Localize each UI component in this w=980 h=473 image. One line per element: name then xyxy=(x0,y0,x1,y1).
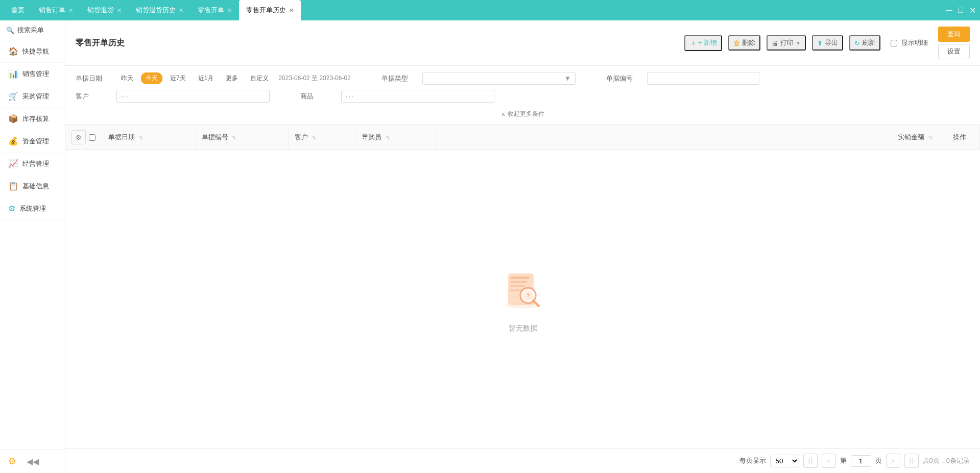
query-button[interactable]: 查询 xyxy=(938,27,970,42)
date-btn-more[interactable]: 更多 xyxy=(221,72,243,84)
th-number: 单据编号 ⇅ xyxy=(195,125,289,150)
sidebar-item-quick-nav[interactable]: 🏠 快捷导航 xyxy=(0,40,65,63)
sales-icon: 📊 xyxy=(8,69,18,79)
tab-retail-open[interactable]: 零售开单 ✕ xyxy=(190,0,239,20)
show-detail-checkbox[interactable] xyxy=(891,40,897,46)
tab-retail-history[interactable]: 零售开单历史 ✕ xyxy=(239,0,301,20)
goods-dots: ··· xyxy=(346,92,354,100)
sidebar-item-inventory[interactable]: 📦 库存核算 xyxy=(0,108,65,130)
goods-select[interactable]: ··· xyxy=(341,90,494,103)
export-button[interactable]: ⬆ 导出 xyxy=(812,35,843,51)
page-actions: ＋ + 新增 🗑 删除 🖨 打印 ▼ ⬆ 导出 ↻ xyxy=(684,27,970,59)
sort-salesperson-icon[interactable]: ⇅ xyxy=(386,135,390,140)
finance-icon: 💰 xyxy=(8,136,18,146)
filter-settings-button[interactable]: 设置 xyxy=(938,44,970,59)
date-btn-7days[interactable]: 近7天 xyxy=(165,72,190,84)
doc-number-input[interactable] xyxy=(647,72,759,85)
window-controls: ─ □ ✕ xyxy=(946,6,976,15)
th-select: ⚙ xyxy=(65,125,102,150)
show-detail-checkbox-label[interactable]: 显示明细 xyxy=(887,36,932,49)
sidebar-bottom: ⚙ ◀◀ xyxy=(0,449,65,473)
home-icon: 🏠 xyxy=(8,46,18,56)
main-layout: 🔍 搜索采单 🏠 快捷导航 📊 销售管理 🛒 采购管理 📦 库存核算 💰 资金管… xyxy=(0,20,980,473)
sidebar-item-basic-info[interactable]: 📋 基础信息 xyxy=(0,175,65,197)
sort-amount-icon[interactable]: ⇅ xyxy=(928,135,933,140)
sort-customer-icon[interactable]: ⇅ xyxy=(312,135,316,140)
delete-button[interactable]: 🗑 删除 xyxy=(728,35,760,51)
doc-type-select[interactable]: ▼ xyxy=(422,72,576,85)
tab-bar: 首页 销售订单 ✕ 销货退货 ✕ 销货退货历史 ✕ 零售开单 ✕ 零售开单历史 … xyxy=(0,0,980,20)
content-area: 零售开单历史 ＋ + 新增 🗑 删除 🖨 打印 ▼ ⬆ 导出 xyxy=(65,20,980,473)
last-page-btn[interactable]: ⟩⟩ xyxy=(904,454,919,468)
table-settings-btn[interactable]: ⚙ xyxy=(71,130,86,144)
table-header-row: ⚙ 单据日期 ⇅ 单据编号 ⇅ xyxy=(65,125,980,150)
empty-state: ? 暂无数据 xyxy=(65,150,980,448)
sidebar-item-system-mgmt[interactable]: ⚙ 系统管理 xyxy=(0,197,65,220)
customer-dots: ··· xyxy=(121,92,130,100)
settings-icon[interactable]: ⚙ xyxy=(8,456,16,467)
th-amount: 实销金额 ⇅ xyxy=(436,125,939,150)
print-button[interactable]: 🖨 打印 ▼ xyxy=(767,35,806,51)
customer-select[interactable]: ··· xyxy=(116,90,270,103)
collapse-sidebar-icon[interactable]: ◀◀ xyxy=(27,457,39,466)
minimize-icon[interactable]: ─ xyxy=(946,6,952,15)
collapse-filters-btn[interactable]: ∧ 收起更多条件 xyxy=(76,108,970,118)
next-page-btn[interactable]: ＞ xyxy=(886,454,900,468)
close-window-icon[interactable]: ✕ xyxy=(969,6,976,15)
print-dropdown-icon: ▼ xyxy=(796,40,801,46)
sidebar-search[interactable]: 🔍 搜索采单 xyxy=(0,20,65,40)
inventory-icon: 📦 xyxy=(8,114,18,123)
refresh-button[interactable]: ↻ 刷新 xyxy=(849,35,880,51)
tab-sales-return-history[interactable]: 销货退货历史 ✕ xyxy=(129,0,190,20)
th-salesperson: 导购员 ⇅ xyxy=(355,125,436,150)
sidebar-item-operations[interactable]: 📈 经营管理 xyxy=(0,153,65,175)
date-btn-1month[interactable]: 近1月 xyxy=(194,72,219,84)
select-all-checkbox[interactable] xyxy=(89,134,95,141)
sidebar-item-finance[interactable]: 💰 资金管理 xyxy=(0,130,65,153)
th-ops: 操作 xyxy=(939,125,980,150)
search-icon: 🔍 xyxy=(6,27,14,34)
empty-text: 暂无数据 xyxy=(509,324,537,333)
page-total: 共0页，0条记录 xyxy=(923,456,970,465)
print-icon: 🖨 xyxy=(772,39,778,47)
plus-icon: ＋ xyxy=(689,38,697,48)
collapse-up-icon: ∧ xyxy=(501,111,506,118)
th-customer: 客户 ⇅ xyxy=(289,125,355,150)
customer-label: 客户 xyxy=(76,92,106,101)
sidebar-item-purchase-mgmt[interactable]: 🛒 采购管理 xyxy=(0,85,65,108)
close-tab-sales-return-history[interactable]: ✕ xyxy=(179,7,183,14)
maximize-icon[interactable]: □ xyxy=(958,6,963,15)
tab-home[interactable]: 首页 xyxy=(4,0,32,20)
page-header: 零售开单历史 ＋ + 新增 🗑 删除 🖨 打印 ▼ ⬆ 导出 xyxy=(65,20,980,66)
date-btn-today[interactable]: 今天 xyxy=(141,72,162,84)
close-tab-retail-open[interactable]: ✕ xyxy=(227,7,232,14)
tab-sales-order[interactable]: 销售订单 ✕ xyxy=(32,0,80,20)
first-page-btn[interactable]: ⟨⟨ xyxy=(803,454,818,468)
svg-rect-4 xyxy=(510,285,525,287)
svg-rect-2 xyxy=(510,277,530,279)
page-size-label: 每页显示 xyxy=(739,456,766,465)
close-tab-retail-history[interactable]: ✕ xyxy=(289,7,294,14)
sidebar: 🔍 搜索采单 🏠 快捷导航 📊 销售管理 🛒 采购管理 📦 库存核算 💰 资金管… xyxy=(0,20,65,473)
add-button[interactable]: ＋ + 新增 xyxy=(684,35,722,51)
prev-page-btn[interactable]: ＜ xyxy=(822,454,836,468)
sort-number-icon[interactable]: ⇅ xyxy=(232,135,236,140)
system-icon: ⚙ xyxy=(8,204,15,213)
refresh-icon: ↻ xyxy=(854,39,860,47)
empty-illustration: ? xyxy=(497,265,548,316)
goods-label: 商品 xyxy=(300,92,331,101)
close-tab-sales-return[interactable]: ✕ xyxy=(117,7,122,14)
tab-sales-return[interactable]: 销货退货 ✕ xyxy=(80,0,129,20)
date-btn-yesterday[interactable]: 昨天 xyxy=(116,72,138,84)
page-size-select[interactable]: 50 10 20 100 xyxy=(770,455,799,467)
doc-number-label: 单据编号 xyxy=(606,74,637,83)
table-container: ⚙ 单据日期 ⇅ 单据编号 ⇅ xyxy=(65,125,980,448)
page-number-input[interactable] xyxy=(851,455,871,467)
close-tab-sales-order[interactable]: ✕ xyxy=(68,7,73,14)
date-btn-custom[interactable]: 自定义 xyxy=(246,72,273,84)
page-title: 零售开单历史 xyxy=(76,38,125,48)
sidebar-item-sales-mgmt[interactable]: 📊 销售管理 xyxy=(0,63,65,85)
page-label: 第 xyxy=(840,456,847,465)
sort-date-icon[interactable]: ⇅ xyxy=(139,135,143,140)
export-icon: ⬆ xyxy=(817,39,823,47)
